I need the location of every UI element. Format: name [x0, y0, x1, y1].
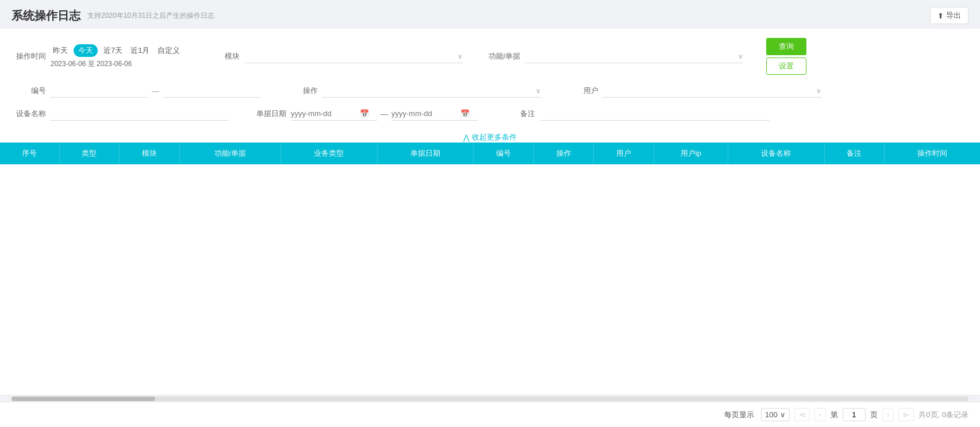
col-remark: 备注: [824, 143, 884, 164]
page-label: 第: [831, 410, 838, 420]
user-chevron-icon: ∨: [816, 87, 821, 95]
filter-section: 操作时间 昨天 今天 近7天 近1月 自定义 2023-06-06 至 2023…: [0, 29, 980, 143]
function-select[interactable]: ∨: [525, 50, 743, 63]
data-table: 序号 类型 模块 功能/单据 业务类型 单据日期 编号 操作 用户 用户ip 设…: [0, 143, 980, 164]
pagination-bar: 每页显示 100 ∨ ⊲ ‹ 第 页 › ⊳ 共0页, 0条记录: [0, 402, 980, 427]
col-module: 模块: [120, 143, 179, 164]
date-to-wrapper: 📅: [391, 107, 478, 121]
date-separator: —: [381, 110, 388, 118]
page-size-chevron-icon: ∨: [780, 410, 786, 419]
col-voucher-date: 单据日期: [377, 143, 474, 164]
col-operation-time: 操作时间: [884, 143, 980, 164]
collapse-row: ⋀ 收起更多条件: [11, 130, 969, 143]
table-wrapper: 序号 类型 模块 功能/单据 业务类型 单据日期 编号 操作 用户 用户ip 设…: [0, 143, 980, 395]
user-segment: 用户 ∨: [564, 84, 821, 98]
export-button[interactable]: ⬆ 导出: [930, 7, 969, 24]
query-button[interactable]: 查询: [766, 38, 806, 55]
col-user-ip: 用户ip: [654, 143, 728, 164]
operation-label: 操作: [283, 86, 318, 96]
last-page-button[interactable]: ⊳: [898, 408, 914, 421]
page-size-label: 每页显示: [724, 410, 754, 420]
collapse-icon: ⋀: [463, 133, 470, 142]
date-range-wrapper: 📅 — 📅: [291, 107, 478, 121]
date-to-input[interactable]: [391, 109, 460, 118]
page-summary: 共0页, 0条记录: [918, 410, 969, 420]
module-segment: 模块 ∨: [205, 50, 463, 63]
operation-time-label: 操作时间: [11, 51, 46, 61]
scrollbar-thumb[interactable]: [11, 397, 155, 401]
device-name-label: 设备名称: [11, 109, 46, 119]
device-name-segment: 设备名称: [11, 107, 229, 121]
function-chevron-icon: ∨: [738, 52, 743, 60]
next-page-button[interactable]: ›: [882, 408, 894, 421]
col-seq: 序号: [0, 143, 59, 164]
custom-btn[interactable]: 自定义: [155, 44, 182, 57]
empty-area: [0, 164, 980, 366]
date-from-wrapper: 📅: [291, 107, 377, 121]
first-page-button[interactable]: ⊲: [794, 408, 810, 421]
number-label: 编号: [11, 86, 46, 96]
col-operation: 操作: [533, 143, 593, 164]
function-label: 功能/单据: [486, 51, 520, 61]
export-icon: ⬆: [937, 11, 944, 20]
user-select[interactable]: ∨: [603, 84, 821, 98]
calendar-from-icon[interactable]: 📅: [360, 109, 369, 118]
function-segment: 功能/单据 ∨: [486, 50, 743, 63]
user-label: 用户: [564, 86, 598, 96]
col-number: 编号: [474, 143, 533, 164]
table-header: 序号 类型 模块 功能/单据 业务类型 单据日期 编号 操作 用户 用户ip 设…: [0, 143, 980, 164]
last1month-btn[interactable]: 近1月: [128, 44, 152, 57]
page-subtitle: 支持2020年10月31日之后产生的操作日志: [87, 11, 214, 21]
device-name-input[interactable]: [51, 107, 229, 121]
remark-input[interactable]: [540, 107, 770, 121]
number-from-input[interactable]: [51, 84, 147, 98]
page-unit: 页: [870, 410, 878, 420]
time-filter-group: 昨天 今天 近7天 近1月 自定义 2023-06-06 至 2023-06-0…: [51, 44, 182, 69]
remark-label: 备注: [501, 109, 535, 119]
today-btn[interactable]: 今天: [74, 44, 98, 57]
action-buttons: 查询 设置: [766, 38, 806, 75]
col-device-name: 设备名称: [728, 143, 824, 164]
last7days-btn[interactable]: 近7天: [101, 44, 125, 57]
date-from-input[interactable]: [291, 109, 360, 118]
voucher-date-segment: 单据日期 📅 — 📅: [252, 107, 478, 121]
page-title: 系统操作日志: [11, 8, 80, 24]
module-chevron-icon: ∨: [458, 52, 463, 60]
page-number-input[interactable]: [843, 408, 866, 421]
time-range-display: 2023-06-06 至 2023-06-06: [51, 59, 182, 69]
filter-row-1: 操作时间 昨天 今天 近7天 近1月 自定义 2023-06-06 至 2023…: [11, 38, 969, 75]
scrollbar-track: [11, 397, 969, 401]
prev-page-button[interactable]: ‹: [814, 408, 826, 421]
module-select[interactable]: ∨: [244, 50, 463, 63]
col-function: 功能/单据: [179, 143, 280, 164]
page-size-select[interactable]: 100 ∨: [761, 408, 790, 421]
col-user: 用户: [594, 143, 654, 164]
operation-time-segment: 操作时间 昨天 今天 近7天 近1月 自定义 2023-06-06 至 2023…: [11, 44, 182, 69]
operation-segment: 操作 ∨: [283, 84, 541, 98]
number-segment: 编号 —: [11, 84, 260, 98]
operation-select[interactable]: ∨: [322, 84, 541, 98]
page-size-value: 100: [765, 410, 778, 419]
remark-segment: 备注: [501, 107, 770, 121]
horizontal-scrollbar[interactable]: [0, 395, 980, 402]
yesterday-btn[interactable]: 昨天: [51, 44, 70, 57]
operation-chevron-icon: ∨: [536, 87, 541, 95]
number-to-input[interactable]: [164, 84, 260, 98]
number-separator: —: [152, 87, 159, 95]
filter-row-2: 编号 — 操作 ∨ 用户 ∨: [11, 84, 969, 98]
calendar-to-icon[interactable]: 📅: [460, 109, 470, 118]
voucher-date-label: 单据日期: [252, 109, 286, 119]
page-header: 系统操作日志 支持2020年10月31日之后产生的操作日志 ⬆ 导出: [0, 0, 980, 29]
col-biz-type: 业务类型: [281, 143, 378, 164]
module-label: 模块: [205, 51, 240, 61]
col-type: 类型: [59, 143, 119, 164]
filter-row-3: 设备名称 单据日期 📅 — 📅: [11, 107, 969, 121]
settings-button[interactable]: 设置: [766, 57, 806, 75]
collapse-button[interactable]: ⋀ 收起更多条件: [463, 132, 517, 143]
